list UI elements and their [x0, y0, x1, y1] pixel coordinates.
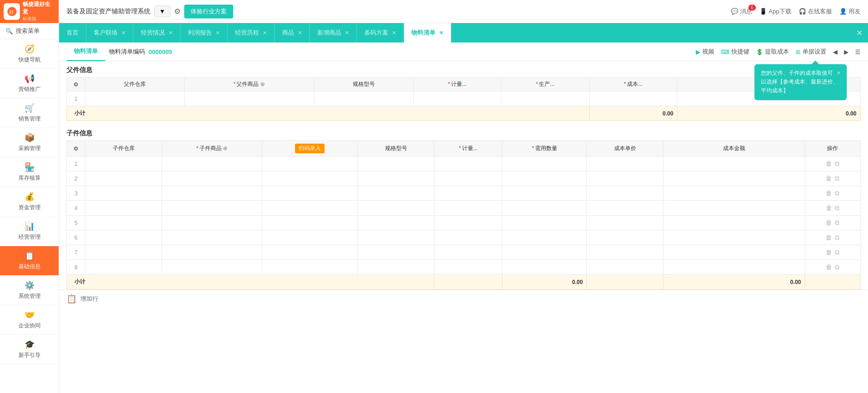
child-row-6-goods[interactable] [162, 230, 262, 245]
child-row-3-warehouse[interactable] [85, 186, 162, 201]
add-row-label[interactable]: 增加行 [80, 295, 98, 303]
child-row-8-warehouse[interactable] [85, 260, 162, 275]
child-row-3-goods[interactable] [162, 186, 262, 201]
sidebar-item-quick-nav[interactable]: 🧭 快捷导航 [0, 39, 59, 69]
toolbar-nav-left[interactable]: ◀ [833, 48, 838, 55]
tab-customer-close[interactable]: ✕ [121, 30, 126, 36]
child-row-2-spec[interactable] [358, 171, 434, 186]
child-row-2-qty[interactable] [502, 171, 587, 186]
tab-barcode-close[interactable]: ✕ [392, 30, 396, 36]
child-row-7-goods[interactable] [162, 245, 262, 260]
copy-icon-1[interactable]: ⧉ [835, 160, 839, 168]
tab-profit-close[interactable]: ✕ [216, 30, 220, 36]
child-row-1-goods[interactable] [162, 157, 262, 171]
child-row-4-goods[interactable] [162, 201, 262, 216]
child-row-7-warehouse[interactable] [85, 245, 162, 260]
child-row-4-unit-cost[interactable] [587, 201, 663, 216]
child-row-4-unit[interactable] [434, 201, 502, 216]
child-row-5-unit-cost[interactable] [587, 216, 663, 230]
delete-icon-6[interactable]: 🗑 [826, 234, 832, 242]
child-row-2-unit[interactable] [434, 171, 502, 186]
parent-cell-produce[interactable] [501, 91, 590, 106]
copy-icon-7[interactable]: ⧉ [835, 248, 839, 256]
child-row-6-unit[interactable] [434, 230, 502, 245]
child-row-8-unit[interactable] [434, 260, 502, 275]
user-btn[interactable]: 👤 用友 [839, 7, 861, 16]
child-row-1-qty[interactable] [502, 157, 587, 171]
add-row-icon[interactable]: 📋 [66, 294, 77, 304]
child-row-5-unit[interactable] [434, 216, 502, 230]
child-row-1-unit[interactable] [434, 157, 502, 171]
child-row-5-goods[interactable] [162, 216, 262, 230]
child-row-2-warehouse[interactable] [85, 171, 162, 186]
child-row-6-warehouse[interactable] [85, 230, 162, 245]
sidebar-item-operation[interactable]: 📊 经营管理 [0, 217, 59, 246]
trial-btn[interactable]: 体验行业方案 [184, 5, 233, 18]
parent-cell-unit[interactable] [413, 91, 501, 106]
online-service-btn[interactable]: 🎧 在线客服 [799, 7, 832, 16]
sidebar-item-basic-info[interactable]: 📋 基础信息 [0, 246, 59, 276]
tab-new-goods[interactable]: 新增商品 ✕ [310, 23, 357, 42]
copy-icon-2[interactable]: ⧉ [835, 175, 839, 182]
delete-icon-5[interactable]: 🗑 [826, 219, 832, 227]
toolbar-shortcut[interactable]: ⌨ 快捷键 [721, 48, 749, 56]
delete-icon-8[interactable]: 🗑 [826, 263, 832, 271]
child-row-4-spec[interactable] [358, 201, 434, 216]
tab-bom[interactable]: 物料清单 ✕ [404, 23, 451, 42]
child-row-5-spec[interactable] [358, 216, 434, 230]
settings-gear-icon[interactable]: ⚙ [174, 7, 181, 16]
child-row-8-goods[interactable] [162, 260, 262, 275]
tab-history-close[interactable]: ✕ [263, 30, 267, 36]
tab-customer[interactable]: 客户联络 ✕ [86, 23, 133, 42]
copy-icon-5[interactable]: ⧉ [835, 219, 839, 227]
tab-bom-close[interactable]: ✕ [439, 30, 443, 36]
child-row-3-qty[interactable] [502, 186, 587, 201]
scan-input-btn[interactable]: 扫码录入 [295, 144, 325, 153]
delete-icon-4[interactable]: 🗑 [826, 204, 832, 212]
tab-new-goods-close[interactable]: ✕ [345, 30, 349, 36]
child-row-7-unit[interactable] [434, 245, 502, 260]
child-row-2-unit-cost[interactable] [587, 171, 663, 186]
copy-icon-8[interactable]: ⧉ [835, 263, 839, 271]
system-dropdown[interactable]: ▼ [154, 6, 170, 17]
sidebar-item-purchase[interactable]: 📦 采购管理 [0, 128, 59, 157]
tab-history[interactable]: 经营历程 ✕ [228, 23, 275, 42]
sub-tab-bom-list[interactable]: 物料清单 [66, 42, 105, 61]
child-row-1-warehouse[interactable] [85, 157, 162, 171]
delete-icon-7[interactable]: 🗑 [826, 248, 832, 256]
tab-business-close[interactable]: ✕ [169, 30, 173, 36]
copy-icon-6[interactable]: ⧉ [835, 234, 839, 242]
toolbar-single-setting[interactable]: ⊞ 单据设置 [796, 48, 826, 56]
tab-business[interactable]: 经营情况 ✕ [133, 23, 181, 42]
child-row-5-warehouse[interactable] [85, 216, 162, 230]
child-row-6-qty[interactable] [502, 230, 587, 245]
delete-icon-3[interactable]: 🗑 [826, 189, 832, 197]
sidebar-item-guide[interactable]: 🎓 新手引导 [0, 335, 59, 364]
app-download-btn[interactable]: 📱 App下载 [760, 7, 791, 16]
toolbar-extract-cost[interactable]: 💲 提取成本 [756, 48, 789, 56]
child-col-scan[interactable]: 扫码录入 [262, 141, 358, 157]
child-row-8-spec[interactable] [358, 260, 434, 275]
sidebar-item-enterprise[interactable]: 🤝 企业协同 [0, 305, 59, 335]
message-btn[interactable]: 💬 消息 6 [731, 7, 752, 16]
copy-icon-4[interactable]: ⧉ [835, 204, 839, 212]
child-row-8-unit-cost[interactable] [587, 260, 663, 275]
delete-icon-1[interactable]: 🗑 [826, 160, 832, 168]
child-row-7-qty[interactable] [502, 245, 587, 260]
sidebar-item-sales[interactable]: 🛒 销售管理 [0, 98, 59, 128]
toolbar-list-view[interactable]: ☰ [855, 48, 861, 55]
child-row-7-unit-cost[interactable] [587, 245, 663, 260]
parent-cell-cost[interactable] [589, 91, 677, 106]
child-row-1-spec[interactable] [358, 157, 434, 171]
child-row-6-spec[interactable] [358, 230, 434, 245]
tab-barcode[interactable]: 条码方案 ✕ [357, 23, 404, 42]
tab-profit[interactable]: 利润报告 ✕ [181, 23, 228, 42]
parent-cell-spec[interactable] [314, 91, 413, 106]
child-row-6-unit-cost[interactable] [587, 230, 663, 245]
child-row-8-qty[interactable] [502, 260, 587, 275]
sidebar-item-system[interactable]: ⚙️ 系统管理 [0, 276, 59, 305]
child-row-3-spec[interactable] [358, 186, 434, 201]
tab-home[interactable]: 首页 [59, 23, 86, 42]
sidebar-item-finance[interactable]: 💰 资金管理 [0, 187, 59, 217]
close-all-tabs[interactable]: ✕ [851, 29, 868, 37]
